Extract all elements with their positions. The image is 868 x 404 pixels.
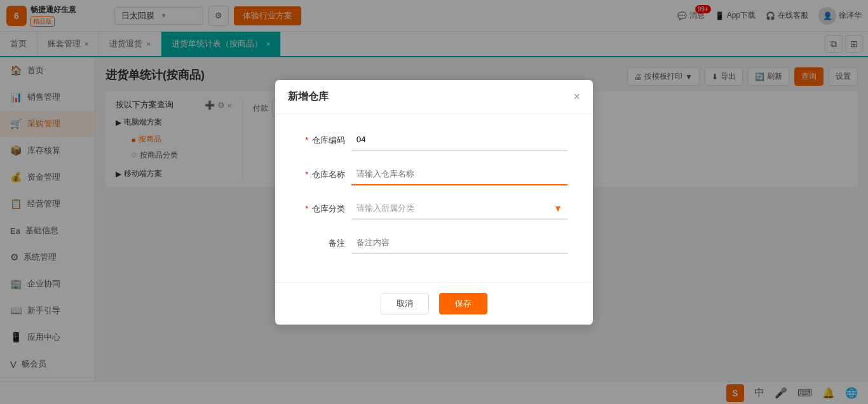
category-dropdown-arrow: ▼ <box>553 203 562 213</box>
save-button[interactable]: 保存 <box>439 293 487 314</box>
category-label: * 仓库分类 <box>301 203 351 215</box>
name-label: * 仓库名称 <box>301 169 351 180</box>
name-field-row: * 仓库名称 <box>301 164 567 185</box>
note-label: 备注 <box>301 238 351 249</box>
code-field-row: * 仓库编码 <box>301 130 567 151</box>
category-select[interactable]: 请输入所属分类 ▼ <box>351 198 567 220</box>
modal-header: 新增仓库 × <box>275 80 593 114</box>
modal-footer: 取消 保存 <box>275 282 593 325</box>
name-input[interactable] <box>351 164 567 185</box>
modal-body: * 仓库编码 * 仓库名称 * 仓库分类 请输入所属 <box>275 114 593 282</box>
note-input[interactable] <box>351 232 567 254</box>
cancel-button[interactable]: 取消 <box>381 293 429 314</box>
code-input[interactable] <box>351 130 567 151</box>
category-placeholder: 请输入所属分类 <box>356 203 414 214</box>
category-field-row: * 仓库分类 请输入所属分类 ▼ <box>301 198 567 220</box>
modal-title: 新增仓库 <box>288 90 329 104</box>
new-warehouse-modal: 新增仓库 × * 仓库编码 * 仓库名称 <box>275 80 593 325</box>
modal-overlay[interactable]: 新增仓库 × * 仓库编码 * 仓库名称 <box>0 0 868 404</box>
note-field-row: 备注 <box>301 232 567 254</box>
code-label: * 仓库编码 <box>301 135 351 146</box>
modal-close-btn[interactable]: × <box>573 90 580 104</box>
